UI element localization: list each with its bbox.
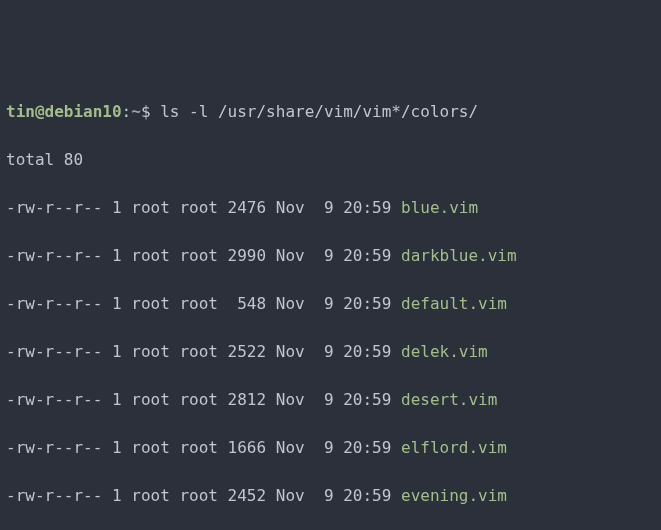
file-month: Nov: [276, 486, 305, 505]
file-links: 1: [112, 438, 122, 457]
file-permissions: -rw-r--r--: [6, 246, 102, 265]
file-day: 9: [314, 438, 333, 457]
file-row: -rw-r--r-- 1 root root 548 Nov 9 20:59 d…: [6, 292, 655, 316]
prompt-dollar: $: [141, 102, 160, 121]
file-permissions: -rw-r--r--: [6, 198, 102, 217]
file-month: Nov: [276, 246, 305, 265]
file-size: 2452: [228, 486, 267, 505]
file-name: blue.vim: [401, 198, 478, 217]
file-links: 1: [112, 342, 122, 361]
file-owner: root: [131, 486, 170, 505]
file-permissions: -rw-r--r--: [6, 342, 102, 361]
total-line: total 80: [6, 148, 655, 172]
file-permissions: -rw-r--r--: [6, 486, 102, 505]
file-day: 9: [314, 342, 333, 361]
file-owner: root: [131, 390, 170, 409]
file-time: 20:59: [343, 390, 391, 409]
file-links: 1: [112, 246, 122, 265]
file-size: 1666: [228, 438, 267, 457]
file-group: root: [179, 390, 218, 409]
file-size: 2476: [228, 198, 267, 217]
file-name: darkblue.vim: [401, 246, 517, 265]
file-group: root: [179, 438, 218, 457]
file-links: 1: [112, 294, 122, 313]
file-row: -rw-r--r-- 1 root root 2812 Nov 9 20:59 …: [6, 388, 655, 412]
file-month: Nov: [276, 438, 305, 457]
file-time: 20:59: [343, 486, 391, 505]
file-size: 2522: [228, 342, 267, 361]
file-name: default.vim: [401, 294, 507, 313]
file-size: 2812: [228, 390, 267, 409]
file-time: 20:59: [343, 198, 391, 217]
file-owner: root: [131, 438, 170, 457]
prompt-user: tin: [6, 102, 35, 121]
file-name: elflord.vim: [401, 438, 507, 457]
file-permissions: -rw-r--r--: [6, 294, 102, 313]
file-time: 20:59: [343, 438, 391, 457]
file-month: Nov: [276, 390, 305, 409]
file-month: Nov: [276, 294, 305, 313]
file-month: Nov: [276, 342, 305, 361]
file-group: root: [179, 342, 218, 361]
file-row: -rw-r--r-- 1 root root 2452 Nov 9 20:59 …: [6, 484, 655, 508]
file-links: 1: [112, 486, 122, 505]
file-size: 548: [228, 294, 267, 313]
file-group: root: [179, 294, 218, 313]
file-name: evening.vim: [401, 486, 507, 505]
file-month: Nov: [276, 198, 305, 217]
file-name: delek.vim: [401, 342, 488, 361]
file-owner: root: [131, 294, 170, 313]
terminal-output: tin@debian10:~$ ls -l /usr/share/vim/vim…: [6, 100, 655, 530]
file-permissions: -rw-r--r--: [6, 390, 102, 409]
file-time: 20:59: [343, 342, 391, 361]
file-row: -rw-r--r-- 1 root root 2476 Nov 9 20:59 …: [6, 196, 655, 220]
file-time: 20:59: [343, 294, 391, 313]
file-owner: root: [131, 246, 170, 265]
file-permissions: -rw-r--r--: [6, 438, 102, 457]
file-row: -rw-r--r-- 1 root root 1666 Nov 9 20:59 …: [6, 436, 655, 460]
file-day: 9: [314, 486, 333, 505]
prompt-path: ~: [131, 102, 141, 121]
file-group: root: [179, 198, 218, 217]
command-text: ls -l /usr/share/vim/vim*/colors/: [160, 102, 478, 121]
file-row: -rw-r--r-- 1 root root 2522 Nov 9 20:59 …: [6, 340, 655, 364]
file-group: root: [179, 246, 218, 265]
file-owner: root: [131, 342, 170, 361]
file-listing: -rw-r--r-- 1 root root 2476 Nov 9 20:59 …: [6, 196, 655, 530]
file-size: 2990: [228, 246, 267, 265]
file-links: 1: [112, 198, 122, 217]
file-links: 1: [112, 390, 122, 409]
file-owner: root: [131, 198, 170, 217]
file-group: root: [179, 486, 218, 505]
prompt-host: debian10: [45, 102, 122, 121]
file-row: -rw-r--r-- 1 root root 2990 Nov 9 20:59 …: [6, 244, 655, 268]
file-time: 20:59: [343, 246, 391, 265]
file-day: 9: [314, 246, 333, 265]
file-name: desert.vim: [401, 390, 497, 409]
file-day: 9: [314, 390, 333, 409]
prompt-at: @: [35, 102, 45, 121]
file-day: 9: [314, 294, 333, 313]
file-day: 9: [314, 198, 333, 217]
prompt-colon: :: [122, 102, 132, 121]
prompt-line: tin@debian10:~$ ls -l /usr/share/vim/vim…: [6, 100, 655, 124]
